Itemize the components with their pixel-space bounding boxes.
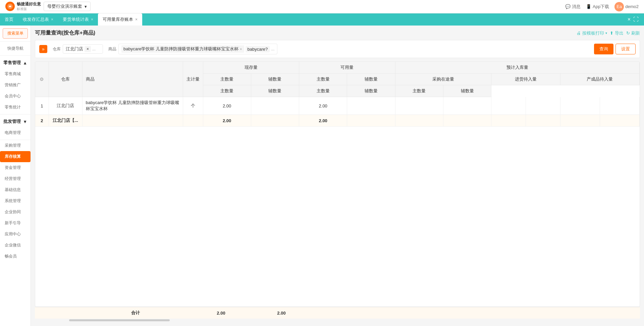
subtotal-stock-aux: [251, 115, 299, 127]
search-menu-button[interactable]: 搜索菜单: [3, 28, 28, 39]
print-chevron-icon: ▾: [605, 31, 607, 35]
row-inbound-aux: [526, 97, 560, 115]
footer-total-stock: 2.00: [206, 311, 236, 316]
horizontal-scrollbar[interactable]: [35, 319, 640, 322]
sidebar-item-newguide[interactable]: 新手引导: [0, 218, 31, 229]
logo-area: 畅捷通好生意 标准版: [5, 2, 41, 11]
setting-button[interactable]: 设置: [615, 44, 636, 54]
col-planned-header: 预计入库量: [395, 62, 639, 74]
table-footer: 合计 2.00 2.00: [35, 307, 640, 319]
sidebar-item-members[interactable]: 会员中心: [0, 91, 31, 102]
close-tab-stock-summary[interactable]: ×: [51, 17, 53, 22]
sidebar-item-wxwork[interactable]: 企业微信: [0, 240, 31, 251]
row-prod-main: [560, 97, 600, 115]
filter-expand-button[interactable]: »: [39, 45, 47, 53]
subtotal-inbound-aux: [526, 115, 560, 127]
sidebar-item-quicknav[interactable]: 快捷导航: [0, 43, 31, 54]
warehouse-remove-button[interactable]: ×: [85, 46, 91, 52]
col-production-pending: 产成品待入量: [560, 74, 639, 85]
avatar: Ea: [614, 2, 624, 11]
tab-available-stock[interactable]: 可用量库存账本 ×: [98, 13, 142, 26]
product-more[interactable]: ...: [271, 47, 274, 51]
sidebar-section-retail-header[interactable]: 零售管理 ▲: [0, 57, 31, 68]
close-tab-available-stock[interactable]: ×: [135, 17, 138, 22]
print-template-button[interactable]: 🖨 按模板打印 ▾: [577, 30, 607, 36]
chevron-up-icon: ▲: [23, 60, 27, 65]
table-body: 1 江北门店 babycare学饮杯 儿童防摔防撞吸管杯重力球吸嘴杯宝宝水杯 个…: [35, 97, 640, 127]
sidebar-item-retail-stats[interactable]: 零售统计: [0, 102, 31, 113]
chevron-down-icon-wholesale: ▼: [23, 119, 27, 124]
logo-sub: 标准版: [17, 7, 41, 11]
refresh-button[interactable]: ↻ 刷新: [626, 30, 640, 36]
app-download-button[interactable]: 📱 App下载: [586, 4, 609, 10]
message-icon: 💬: [565, 4, 571, 9]
product-filter-group: 商品 babycare学饮杯 儿童防摔防撞吸管杯重力球吸嘴杯宝宝水杯 × bab…: [108, 44, 277, 54]
subtotal-product: [82, 115, 183, 127]
sidebar-section-wholesale: 批发管理 ▼ 电商管理: [0, 114, 31, 140]
sidebar-item-system[interactable]: 系统管理: [0, 195, 31, 206]
tab-order-stats[interactable]: 要货单统计表 ×: [58, 13, 98, 26]
col-product: 商品: [82, 62, 183, 97]
row-product: babycare学饮杯 儿童防摔防撞吸管杯重力球吸嘴杯宝宝水杯: [82, 97, 183, 115]
col-settings: ⚙: [35, 62, 49, 97]
sidebar-item-appcenter[interactable]: 应用中心: [0, 229, 31, 240]
subtotal-purchase-main: [395, 115, 443, 127]
col-available-header: 可用量: [299, 62, 395, 74]
scroll-thumb[interactable]: [69, 319, 170, 321]
page-header: 可用量查询(按仓库+商品) 🖨 按模板打印 ▾ ⬆ 导出 ↻ 刷新: [35, 30, 640, 37]
page-actions: 🖨 按模板打印 ▾ ⬆ 导出 ↻ 刷新: [577, 30, 640, 36]
nav-bar-end: × ⛶: [628, 16, 644, 22]
close-tab-order-stats[interactable]: ×: [91, 17, 93, 22]
logo-text: 畅捷通好生意: [17, 2, 41, 6]
refresh-icon: ↻: [626, 31, 630, 36]
message-button[interactable]: 💬 消息: [565, 4, 581, 10]
sidebar-section-retail: 零售管理 ▲ 零售商城 营销推广 会员中心 零售统计: [0, 56, 31, 114]
tab-home[interactable]: 首页: [0, 13, 18, 26]
tab-stock-summary[interactable]: 收发存汇总表 ×: [18, 13, 58, 26]
user-profile-button[interactable]: Ea demo2: [614, 2, 639, 11]
footer-label: 合计: [85, 310, 186, 316]
table-header-row-1: ⚙ 仓库 商品 主计量 现存量 可用量 预计入库量: [35, 62, 640, 74]
tab-order-stats-label: 要货单统计表: [63, 16, 89, 22]
sidebar-item-finance[interactable]: 资金管理: [0, 162, 31, 173]
product-filter-input[interactable]: babycare学饮杯 儿童防摔防撞吸管杯重力球吸嘴杯宝宝水杯 × babyca…: [118, 44, 277, 54]
warehouse-filter-input[interactable]: 江北门店 × ...: [63, 44, 103, 54]
product-tag-1-remove[interactable]: ×: [240, 47, 242, 51]
sidebar-section-wholesale-header[interactable]: 批发管理 ▼: [0, 116, 31, 127]
table-row-subtotal: 2 江北门店【... 2.00 2.00: [35, 115, 640, 127]
print-icon: 🖨: [577, 31, 581, 36]
row-avail-main: 2.00: [299, 97, 347, 115]
table-container: ⚙ 仓库 商品 主计量 现存量 可用量 预计入库量 主数量 辅数量 主数量 辅数…: [35, 61, 640, 307]
sidebar-item-changhui[interactable]: 畅会员: [0, 251, 31, 262]
close-all-tabs-button[interactable]: ×: [628, 16, 631, 22]
export-icon: ⬆: [610, 31, 613, 36]
query-button[interactable]: 查询: [594, 44, 613, 54]
warehouse-more-icon[interactable]: ...: [92, 47, 96, 51]
col-avail-main: 主数量: [299, 74, 347, 85]
sidebar: 搜索菜单 快捷导航 零售管理 ▲ 零售商城 营销推广 会员中心 零售统计 批发管…: [0, 26, 31, 326]
industry-selector[interactable]: 母婴行业演示账套 ▾: [44, 2, 91, 11]
row-purchase-main: [395, 97, 443, 115]
subtotal-avail-main: 2.00: [299, 115, 347, 127]
sidebar-item-online-store[interactable]: 零售商城: [0, 68, 31, 80]
sidebar-item-purchase[interactable]: 采购管理: [0, 140, 31, 151]
col-inbound-pending: 进货待入量: [491, 74, 560, 85]
fullscreen-button[interactable]: ⛶: [633, 16, 639, 22]
sidebar-item-operations[interactable]: 经营管理: [0, 173, 31, 184]
warehouse-filter-value: 江北门店: [66, 46, 83, 52]
export-button[interactable]: ⬆ 导出: [610, 30, 624, 36]
col-purchase-transit: 采购在途量: [395, 74, 491, 85]
subtotal-inbound-main: [491, 115, 526, 127]
sidebar-item-basics[interactable]: 基础信息: [0, 184, 31, 195]
row-stock-main: 2.00: [203, 97, 251, 115]
row-unit: 个: [183, 97, 203, 115]
sidebar-item-inventory[interactable]: 库存核算: [0, 151, 31, 162]
data-table: ⚙ 仓库 商品 主计量 现存量 可用量 预计入库量 主数量 辅数量 主数量 辅数…: [35, 62, 640, 127]
sidebar-item-marketing[interactable]: 营销推广: [0, 80, 31, 91]
top-bar-left: 畅捷通好生意 标准版 母婴行业演示账套 ▾: [5, 2, 91, 11]
sidebar-item-ecommerce[interactable]: 电商管理: [0, 127, 31, 138]
sidebar-item-enterprise[interactable]: 企业协同: [0, 206, 31, 218]
gear-icon[interactable]: ⚙: [40, 77, 44, 82]
subtotal-warehouse: 江北门店【...: [49, 115, 82, 127]
col-unit: 主计量: [183, 62, 203, 97]
